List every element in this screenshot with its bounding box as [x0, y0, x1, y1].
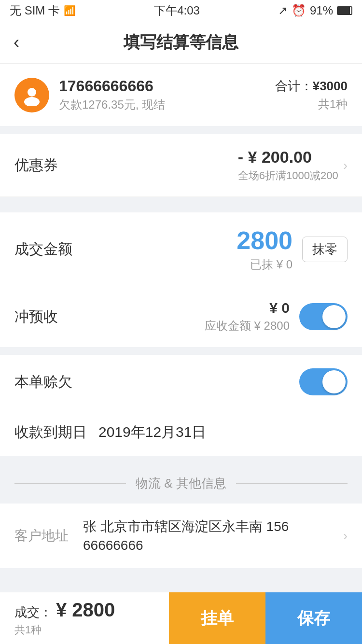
avatar: [14, 78, 49, 112]
address-arrow-icon: ›: [343, 528, 348, 544]
customer-card: 17666666666 欠款1276.35元, 现结 合计：¥3000 共1种: [0, 64, 362, 126]
separator-1: [0, 205, 362, 212]
separator-2: [0, 347, 362, 355]
bottom-bar: 成交： ¥ 2800 共1种 挂单 保存: [0, 592, 362, 644]
svg-point-0: [28, 88, 36, 97]
bottom-summary: 成交： ¥ 2800 共1种: [0, 599, 169, 637]
logistics-label: 物流 & 其他信息: [126, 475, 236, 492]
bottom-count: 共1种: [14, 623, 154, 637]
round-button[interactable]: 抹零: [302, 237, 348, 262]
due-date-row: 收款到期日 2019年12月31日: [0, 409, 362, 456]
battery-icon: [337, 6, 352, 15]
save-button[interactable]: 保存: [265, 592, 362, 644]
address-value: 张 北京市市辖区海淀区永丰南 156 66666666: [83, 517, 338, 555]
coupon-right: - ¥ 200.00 全场6折满1000减200 ›: [238, 148, 348, 183]
total-label: 合计：¥3000: [275, 78, 348, 95]
bottom-deal-amount: ¥ 2800: [56, 599, 115, 621]
address-row[interactable]: 客户地址 张 北京市市辖区海淀区永丰南 156 66666666 ›: [0, 504, 362, 568]
deal-amount-value: 2800: [237, 226, 292, 255]
status-right: ↗ ⏰ 91%: [278, 4, 352, 17]
coupon-row[interactable]: 优惠券 - ¥ 200.00 全场6折满1000减200 ›: [0, 134, 362, 197]
coupon-arrow-icon: ›: [343, 158, 348, 173]
total-count: 共1种: [275, 97, 348, 112]
debt-label: 本单赊欠: [14, 372, 72, 392]
debt-right: [299, 368, 348, 395]
customer-subinfo: 欠款1276.35元, 现结: [59, 97, 165, 112]
toggle-knob: [322, 305, 346, 328]
customer-info: 17666666666 欠款1276.35元, 现结: [59, 77, 165, 112]
content-area: 17666666666 欠款1276.35元, 现结 合计：¥3000 共1种 …: [0, 64, 362, 644]
due-date-card: 收款到期日 2019年12月31日: [0, 409, 362, 456]
chongyu-right-wrap: ¥ 0 应收金额 ¥ 2800: [205, 300, 348, 334]
divider-line-left: [14, 483, 126, 484]
due-date-value: 2019年12月31日: [98, 422, 206, 442]
battery-label: 91%: [310, 4, 333, 17]
debt-section: 本单赊欠: [0, 355, 362, 409]
debt-row: 本单赊欠: [14, 355, 348, 409]
deal-amount-right: 2800 已抹 ¥ 0 抹零: [237, 226, 348, 272]
status-time: 下午4:03: [154, 3, 200, 18]
svg-point-1: [24, 97, 40, 106]
chongyu-sub: 应收金额 ¥ 2800: [205, 318, 290, 334]
logistics-divider: 物流 & 其他信息: [0, 463, 362, 504]
status-left: 无 SIM 卡 📶: [10, 3, 76, 18]
coupon-desc: 全场6折满1000减200: [238, 168, 338, 183]
hang-order-button[interactable]: 挂单: [169, 592, 265, 644]
chongyu-label: 冲预收: [14, 307, 58, 327]
status-bar: 无 SIM 卡 📶 下午4:03 ↗ ⏰ 91%: [0, 0, 362, 21]
carrier-label: 无 SIM 卡: [10, 3, 60, 18]
debt-toggle-knob: [322, 370, 346, 393]
divider-line-right: [236, 483, 348, 484]
customer-left: 17666666666 欠款1276.35元, 现结: [14, 77, 165, 112]
coupon-label: 优惠券: [14, 155, 58, 175]
coupon-discount: - ¥ 200.00: [238, 148, 338, 167]
page-title: 填写结算等信息: [124, 31, 238, 54]
deal-amount-sub: 已抹 ¥ 0: [237, 257, 292, 272]
location-icon: ↗: [278, 4, 288, 17]
address-label: 客户地址: [14, 527, 69, 545]
separator-3: [0, 456, 362, 463]
customer-right: 合计：¥3000 共1种: [275, 78, 348, 112]
alarm-icon: ⏰: [292, 4, 306, 17]
deal-amount-row: 成交金额 2800 已抹 ¥ 0 抹零: [14, 212, 348, 286]
chongyu-row: 冲预收 ¥ 0 应收金额 ¥ 2800: [14, 286, 348, 347]
nav-bar: ‹ 填写结算等信息: [0, 21, 362, 64]
chongyu-values: ¥ 0 应收金额 ¥ 2800: [205, 300, 290, 334]
chongyu-toggle[interactable]: [299, 303, 348, 330]
due-date-label: 收款到期日: [14, 422, 87, 442]
chongyu-amount: ¥ 0: [205, 300, 290, 316]
amount-section: 成交金额 2800 已抹 ¥ 0 抹零 冲预收 ¥ 0 应收金额 ¥ 2800: [0, 212, 362, 347]
back-button[interactable]: ‹: [14, 32, 19, 53]
debt-toggle[interactable]: [299, 368, 348, 395]
deal-amount-label: 成交金额: [14, 239, 72, 259]
wifi-icon: 📶: [64, 5, 76, 16]
bottom-deal: 成交： ¥ 2800: [14, 599, 154, 621]
customer-phone: 17666666666: [59, 77, 165, 95]
bottom-deal-prefix: 成交：: [14, 604, 52, 621]
